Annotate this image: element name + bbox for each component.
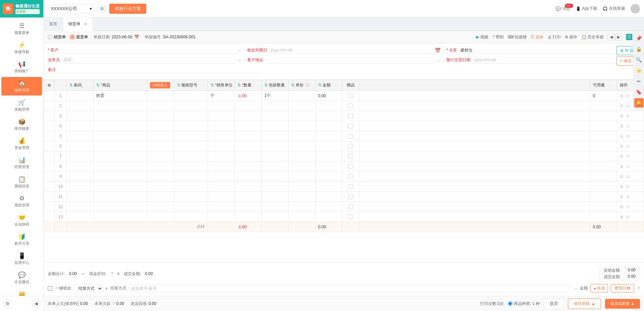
row-remark[interactable] <box>359 91 590 101</box>
row-amount[interactable] <box>315 131 342 141</box>
row-goods[interactable] <box>93 171 147 182</box>
row-goods[interactable] <box>93 192 147 202</box>
delete-row-icon[interactable]: 🗑 <box>620 184 624 189</box>
row-price[interactable] <box>289 141 315 151</box>
row-remark[interactable] <box>359 121 590 131</box>
sidebar-item-base-info[interactable]: 📋 基础信息 <box>1 173 42 191</box>
sidebar-collapse-btn[interactable]: ◀ <box>31 299 41 308</box>
delete-row-icon[interactable]: 🗑 <box>620 194 624 199</box>
row-barcode[interactable] <box>67 121 93 131</box>
gift-checkbox[interactable] <box>348 154 353 159</box>
row-barcode[interactable] <box>67 151 93 161</box>
row-price[interactable] <box>289 151 315 161</box>
gift-checkbox[interactable] <box>348 194 353 199</box>
row-amount[interactable] <box>315 202 342 212</box>
save-new-btn[interactable]: 保存&新增 ▲ <box>605 299 640 309</box>
row-qty[interactable] <box>235 111 262 121</box>
radio-return-order[interactable]: 退货单 <box>70 34 88 40</box>
salesperson-input[interactable] <box>62 56 236 64</box>
sidebar-item-enterprise[interactable]: 🤝 企业协同 <box>1 211 42 230</box>
gift-checkbox[interactable] <box>348 93 353 98</box>
row-barcode[interactable] <box>67 182 93 192</box>
customer-address-more-icon[interactable]: ··· <box>437 58 441 63</box>
row-unit[interactable] <box>208 101 235 111</box>
row-remark[interactable] <box>359 151 590 161</box>
gift-checkbox[interactable] <box>348 134 353 139</box>
payment-due-input[interactable] <box>269 47 433 54</box>
panel-lock-icon[interactable]: 🔒 <box>634 44 644 54</box>
prev-record-btn[interactable]: ◀ <box>608 34 614 40</box>
row-pkg-qty[interactable] <box>262 101 289 111</box>
row-price[interactable] <box>289 131 315 141</box>
sidebar-settings-btn[interactable]: ⚙ <box>3 299 12 308</box>
copy-row-icon[interactable]: ⧉ <box>626 184 629 189</box>
panel-edit-icon[interactable]: ✏ <box>634 77 644 86</box>
row-amount[interactable] <box>315 192 342 202</box>
row-qty[interactable] <box>235 101 262 111</box>
row-unit[interactable] <box>208 141 235 151</box>
gift-checkbox[interactable] <box>348 114 353 118</box>
payment-due-calendar-icon[interactable]: 📅 <box>435 48 441 53</box>
sidebar-item-finance[interactable]: 💰 资金管理 <box>1 134 42 153</box>
sidebar-item-inventory[interactable]: 📦 库存核算 <box>1 115 42 134</box>
select-order-action[interactable]: ☰ 选单 <box>531 34 543 40</box>
row-goods[interactable] <box>93 161 147 171</box>
copy-row-icon[interactable]: ⧉ <box>626 215 629 219</box>
sidebar-item-quick-nav[interactable]: ⚡ 快捷导航 <box>1 39 42 57</box>
row-goods[interactable] <box>93 151 147 161</box>
row-remark[interactable] <box>359 101 590 111</box>
trial-plan-btn[interactable]: 体验行业方案 <box>109 4 146 14</box>
row-amount[interactable] <box>315 212 342 222</box>
row-goods[interactable] <box>93 212 147 222</box>
copy-row-icon[interactable]: ⧉ <box>626 104 629 108</box>
row-barcode[interactable] <box>67 131 93 141</box>
sidebar-item-search[interactable]: ☰ 搜索菜单 <box>1 20 42 38</box>
row-spec[interactable] <box>174 171 208 182</box>
delete-row-icon[interactable]: 🗑 <box>620 114 624 118</box>
row-barcode[interactable] <box>67 111 93 121</box>
row-price[interactable] <box>289 101 315 111</box>
row-spec[interactable] <box>174 121 208 131</box>
row-unit[interactable] <box>208 171 235 182</box>
copy-row-icon[interactable]: ⧉ <box>626 93 629 98</box>
row-pkg-qty[interactable] <box>262 171 289 182</box>
row-remark[interactable] <box>359 182 590 192</box>
row-unit[interactable] <box>208 121 235 131</box>
app-download-btn[interactable]: 📱 App下载 <box>576 6 597 11</box>
sidebar-item-wechat[interactable]: 💬 企业微信 <box>1 269 42 287</box>
short-info-icon[interactable]: ? <box>113 301 115 306</box>
message-btn[interactable]: 💬 消息 99+ <box>556 6 570 11</box>
sidebar-item-system[interactable]: ⚙ 系统管理 <box>1 192 42 210</box>
price-info-icon[interactable]: ⓘ <box>306 83 310 87</box>
panel-star-icon[interactable]: ⭐ <box>634 66 644 75</box>
row-remark[interactable] <box>359 141 590 151</box>
operate-action[interactable]: ⚙ 操作 <box>565 34 577 40</box>
gift-checkbox[interactable] <box>348 124 353 128</box>
row-amount[interactable] <box>315 171 342 182</box>
row-qty[interactable] <box>235 212 262 222</box>
row-spec[interactable] <box>174 202 208 212</box>
delete-row-icon[interactable]: 🗑 <box>620 144 624 149</box>
row-unit[interactable]: 个 <box>208 91 235 101</box>
row-pkg-qty[interactable] <box>262 151 289 161</box>
copy-row-icon[interactable]: ⧉ <box>626 144 629 149</box>
row-unit[interactable] <box>208 212 235 222</box>
video-action[interactable]: ▶ 视频 <box>476 34 488 40</box>
account-more-icon[interactable]: ··· <box>574 286 577 291</box>
row-unit[interactable] <box>208 161 235 171</box>
save-draft-btn[interactable]: 保存草稿 ▲ <box>568 299 601 309</box>
row-price[interactable] <box>289 212 315 222</box>
row-remark[interactable] <box>359 171 590 182</box>
row-pkg-qty[interactable]: 1个 <box>262 91 289 101</box>
sidebar-item-sales[interactable]: 🏠 销售管理 <box>1 77 42 95</box>
row-spec[interactable] <box>174 161 208 171</box>
panel-bookmark-icon[interactable]: 🔖 <box>634 87 644 97</box>
row-spec[interactable] <box>174 192 208 202</box>
tab-sales-order[interactable]: 销货单 ✕ <box>63 17 93 31</box>
gift-checkbox[interactable] <box>348 144 353 149</box>
row-amount[interactable] <box>315 161 342 171</box>
row-pkg-qty[interactable] <box>262 202 289 212</box>
online-service-btn[interactable]: 🎧 在线客服 <box>603 6 625 11</box>
delivery-date-input[interactable] <box>472 56 632 64</box>
row-remark[interactable] <box>359 212 590 222</box>
